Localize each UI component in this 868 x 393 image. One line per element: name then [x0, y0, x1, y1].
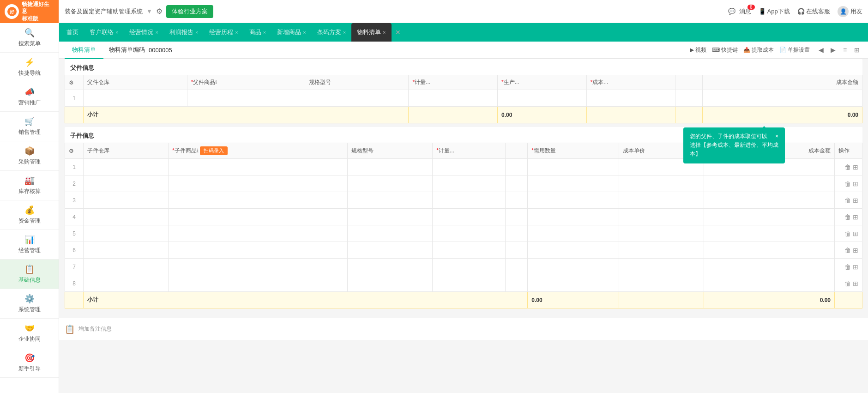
child-row-1-product[interactable] [169, 159, 348, 175]
sidebar-item-sales[interactable]: 🛒 销售管理 [0, 112, 59, 141]
delete-icon-3[interactable]: 🗑 [844, 197, 851, 204]
extract-cost-action[interactable]: 📤 提取成本 [743, 46, 774, 54]
child-row-5-quantity[interactable] [528, 225, 619, 242]
child-row-2-quantity[interactable] [528, 175, 619, 192]
parent-row-1-measure[interactable] [409, 90, 498, 107]
child-row-2-measure[interactable] [433, 175, 506, 192]
parent-row-1-warehouse[interactable] [84, 90, 187, 107]
delete-icon-4[interactable]: 🗑 [844, 213, 851, 221]
child-row-8-quantity[interactable] [528, 275, 619, 292]
parent-settings-icon[interactable]: ⚙ [69, 79, 74, 86]
parent-row-1-product[interactable] [187, 90, 305, 107]
tab-goods-close[interactable]: × [263, 30, 266, 35]
table-view-btn[interactable]: ⊞ [851, 44, 862, 55]
settings-icon[interactable]: ⚙ [156, 7, 163, 16]
child-row-5-spec[interactable] [348, 225, 433, 242]
sidebar-item-inventory[interactable]: 🏭 库存核算 [0, 171, 59, 200]
delete-icon-6[interactable]: 🗑 [844, 247, 851, 254]
copy-icon-7[interactable]: ⊞ [853, 263, 858, 271]
delete-icon-7[interactable]: 🗑 [844, 263, 851, 271]
child-row-2-spec[interactable] [348, 175, 433, 192]
child-row-6-unit-cost[interactable] [619, 242, 704, 259]
child-row-6-product[interactable] [169, 242, 348, 259]
tab-new-goods[interactable]: 新增商品 × [271, 23, 311, 42]
tab-barcode-close[interactable]: × [343, 30, 346, 35]
copy-icon-3[interactable]: ⊞ [853, 197, 858, 204]
sub-tab-bom-list[interactable]: 物料清单 [65, 42, 103, 59]
dropdown-icon[interactable]: ▼ [146, 8, 152, 15]
app-download[interactable]: 📱 App下载 [759, 7, 790, 16]
child-row-1-measure[interactable] [433, 159, 506, 175]
tab-bom[interactable]: 物料清单 × [351, 23, 391, 42]
child-row-4-quantity[interactable] [528, 209, 619, 225]
sidebar-item-marketing[interactable]: 📣 营销推广 [0, 82, 59, 112]
child-row-7-product[interactable] [169, 259, 348, 275]
tab-profit-report[interactable]: 利润报告 × [164, 23, 204, 42]
child-row-2-product[interactable] [169, 175, 348, 192]
sidebar-item-guide[interactable]: 🎯 新手引导 [0, 348, 59, 378]
child-row-2-warehouse[interactable] [84, 175, 169, 192]
copy-icon-8[interactable]: ⊞ [853, 280, 858, 287]
sidebar-item-basic[interactable]: 📋 基础信息 [0, 260, 59, 289]
user-area[interactable]: 👤 用友 [838, 6, 862, 17]
sidebar-item-purchase[interactable]: 📦 采购管理 [0, 141, 59, 171]
copy-icon-5[interactable]: ⊞ [853, 230, 858, 237]
sidebar-item-quicknav[interactable]: ⚡ 快捷导航 [0, 53, 59, 82]
child-row-4-unit-cost[interactable] [619, 209, 704, 225]
tab-new-goods-close[interactable]: × [303, 30, 306, 35]
child-row-5-product[interactable] [169, 225, 348, 242]
child-row-6-spec[interactable] [348, 242, 433, 259]
child-row-3-measure[interactable] [433, 192, 506, 209]
child-row-1-quantity[interactable] [528, 159, 619, 175]
sidebar-item-corp[interactable]: 🤝 企业协同 [0, 319, 59, 348]
tooltip-close[interactable]: × [775, 132, 778, 141]
tab-customer-close[interactable]: × [115, 30, 118, 35]
nav-next-btn[interactable]: ▶ [827, 44, 838, 55]
child-row-8-spec[interactable] [348, 275, 433, 292]
shortcut-action[interactable]: ⌨ 快捷键 [712, 46, 738, 54]
copy-icon-1[interactable]: ⊞ [853, 163, 858, 171]
child-row-7-spec[interactable] [348, 259, 433, 275]
parent-row-1-spec[interactable] [305, 90, 409, 107]
tab-ops-status[interactable]: 经营情况 × [124, 23, 163, 42]
child-row-4-warehouse[interactable] [84, 209, 169, 225]
tab-bom-close[interactable]: × [383, 30, 386, 35]
parent-row-1-cost[interactable] [586, 90, 675, 107]
copy-icon-4[interactable]: ⊞ [853, 213, 858, 221]
tab-profit-report-close[interactable]: × [195, 30, 198, 35]
child-row-2-unit-cost[interactable] [619, 175, 704, 192]
trial-button[interactable]: 体验行业方案 [166, 5, 213, 18]
delete-icon-5[interactable]: 🗑 [844, 230, 851, 237]
tab-ops-status-close[interactable]: × [155, 30, 158, 35]
child-row-3-warehouse[interactable] [84, 192, 169, 209]
copy-icon-2[interactable]: ⊞ [853, 180, 858, 187]
delete-icon-8[interactable]: 🗑 [844, 280, 851, 287]
child-row-6-measure[interactable] [433, 242, 506, 259]
tab-ops-history-close[interactable]: × [235, 30, 238, 35]
child-row-5-measure[interactable] [433, 225, 506, 242]
view-action[interactable]: ▶ 视频 [690, 46, 706, 54]
child-row-4-product[interactable] [169, 209, 348, 225]
message-badge-wrap[interactable]: 💬 6 消息 [728, 7, 751, 16]
child-row-4-spec[interactable] [348, 209, 433, 225]
sidebar-item-operations[interactable]: 📊 经营管理 [0, 230, 59, 260]
child-row-8-unit-cost[interactable] [619, 275, 704, 292]
online-service[interactable]: 🎧 在线客服 [797, 7, 831, 16]
child-row-7-unit-cost[interactable] [619, 259, 704, 275]
tab-home[interactable]: 首页 [61, 23, 84, 42]
child-row-8-measure[interactable] [433, 275, 506, 292]
grid-view-btn[interactable]: ≡ [839, 44, 850, 55]
sidebar-item-finance[interactable]: 💰 资金管理 [0, 200, 59, 230]
parent-th-settings[interactable]: ⚙ [65, 75, 84, 90]
child-settings-icon[interactable]: ⚙ [69, 148, 74, 154]
child-row-1-warehouse[interactable] [84, 159, 169, 175]
tab-barcode[interactable]: 条码方案 × [312, 23, 351, 42]
sidebar-item-search[interactable]: 🔍 搜索菜单 [0, 23, 59, 53]
child-row-8-warehouse[interactable] [84, 275, 169, 292]
scan-button[interactable]: 扫码录入 [200, 146, 228, 155]
child-row-8-product[interactable] [169, 275, 348, 292]
nav-prev-btn[interactable]: ◀ [815, 44, 826, 55]
child-row-3-unit-cost[interactable] [619, 192, 704, 209]
tab-ops-history[interactable]: 经营历程 × [204, 23, 243, 42]
child-row-3-product[interactable] [169, 192, 348, 209]
